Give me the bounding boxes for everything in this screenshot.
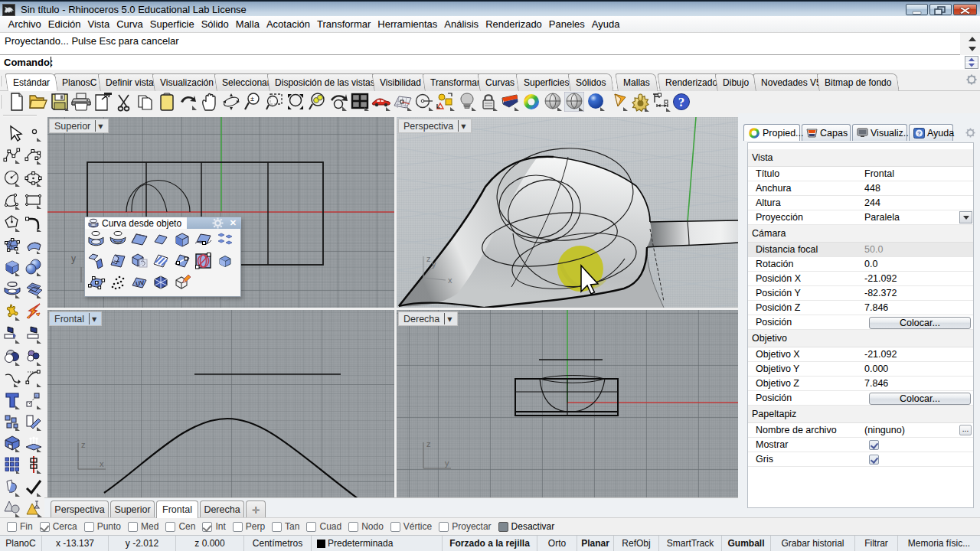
- svg-text:x: x: [448, 276, 452, 285]
- svg-text:UV: UV: [136, 279, 145, 288]
- svg-text:y: y: [432, 259, 436, 269]
- svg-text:z: z: [81, 440, 86, 449]
- svg-text:z: z: [426, 439, 431, 448]
- svg-text:y: y: [445, 458, 449, 468]
- svg-text:y: y: [71, 253, 76, 264]
- svg-text:?: ?: [678, 95, 685, 109]
- svg-text:?: ?: [917, 130, 921, 137]
- svg-text:x: x: [100, 459, 104, 468]
- svg-text:z: z: [426, 254, 431, 263]
- svg-text:±: ±: [250, 95, 254, 103]
